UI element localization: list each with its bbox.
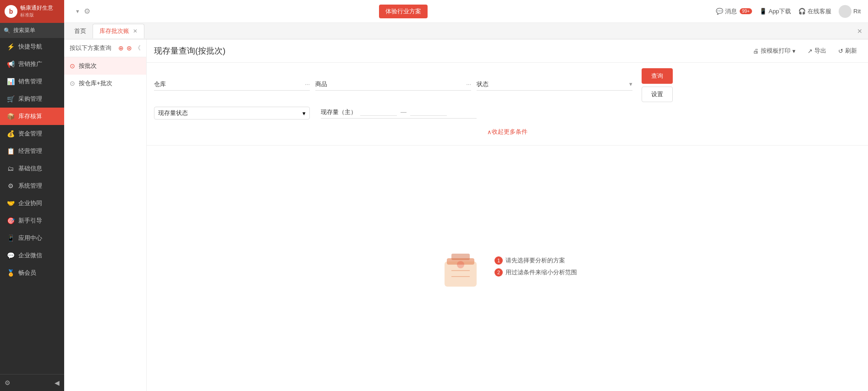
- left-panel: 按以下方案查询 ⊕ ⊛ 《 ⊙ 按批次 ⊙ 按仓库+批次: [64, 39, 147, 391]
- warehouse-more-icon[interactable]: ···: [305, 81, 310, 87]
- sidebar-item-label: 系统管理: [18, 182, 42, 190]
- warehouse-input[interactable]: [185, 81, 301, 87]
- tab-close-icon[interactable]: ✕: [133, 28, 137, 34]
- collapse-filter-button[interactable]: ∧ 收起更多条件: [154, 124, 861, 140]
- sidebar-item-newguide[interactable]: 🎯 新手引导: [0, 212, 64, 229]
- sidebar-item-quicknav[interactable]: ⚡ 快捷导航: [0, 38, 64, 55]
- sidebar-item-inventory[interactable]: 📦 库存核算: [0, 108, 64, 125]
- online-service-button[interactable]: 🎧 在线客服: [798, 7, 831, 16]
- messages-button[interactable]: 💬 消息 99+: [716, 7, 752, 16]
- sidebar-item-purchase[interactable]: 🛒 采购管理: [0, 90, 64, 108]
- empty-step2: 2 用过滤条件来缩小分析范围: [494, 268, 577, 277]
- avatar: [839, 5, 852, 18]
- filter-row-2: 现存量状态 ▾ 现存量（主） —: [154, 107, 861, 119]
- svg-rect-2: [451, 254, 470, 260]
- refresh-label: 刷新: [845, 47, 857, 55]
- company-name: 畅康通好生意: [20, 5, 53, 12]
- sidebar-item-label: 企业微信: [18, 251, 42, 260]
- filter-warehouse: 仓库 ···: [154, 80, 310, 91]
- config-scheme-icon[interactable]: ⊛: [126, 44, 132, 52]
- status-input[interactable]: [508, 81, 626, 87]
- settings-button[interactable]: 设置: [642, 87, 673, 102]
- basic-icon: 🗂: [6, 164, 15, 173]
- sidebar-item-finance[interactable]: 💰 资金管理: [0, 125, 64, 142]
- product-input[interactable]: [346, 81, 462, 87]
- inventory-status-dropdown-icon: ▾: [302, 110, 306, 117]
- sidebar-search[interactable]: 🔍 搜索菜单: [0, 23, 64, 38]
- appstore-icon: 📱: [6, 234, 15, 242]
- tab-bar: 首页 库存批次账 ✕ ✕: [64, 23, 868, 39]
- topbar-left: ▾ ⚙: [71, 7, 90, 16]
- topbar-chevron-icon[interactable]: ▾: [76, 8, 79, 15]
- svg-point-5: [457, 261, 464, 268]
- collapse-sidebar-icon[interactable]: ◀: [55, 379, 60, 386]
- step2-num: 2: [494, 268, 503, 277]
- sidebar-item-member[interactable]: 🏅 畅会员: [0, 264, 64, 282]
- sidebar-item-marketing[interactable]: 📢 营销推广: [0, 55, 64, 73]
- qty-min-input[interactable]: [360, 109, 397, 116]
- sidebar-item-label: 库存核算: [18, 112, 42, 120]
- left-panel-icons: ⊕ ⊛ 《: [118, 44, 141, 52]
- tab-batch-label: 库存批次账: [99, 27, 129, 35]
- status-label: 状态: [477, 80, 504, 88]
- sidebar-item-sales[interactable]: 📊 销售管理: [0, 73, 64, 90]
- filter-inventory-status[interactable]: 现存量状态 ▾: [154, 107, 310, 119]
- qty-max-input[interactable]: [410, 109, 447, 116]
- sidebar-item-wechat[interactable]: 💬 企业微信: [0, 247, 64, 264]
- sidebar-logo: b: [5, 5, 17, 18]
- search-icon: 🔍: [4, 27, 11, 34]
- sidebar-item-basic[interactable]: 🗂 基础信息: [0, 160, 64, 177]
- range-dash: —: [401, 109, 407, 115]
- sidebar-item-enterprise[interactable]: 🤝 企业协同: [0, 195, 64, 212]
- sidebar: b 畅康通好生意 标准版 🔍 搜索菜单 ⚡ 快捷导航 📢 营销推广 📊 销售管理…: [0, 0, 64, 391]
- messages-label: 消息: [725, 7, 737, 16]
- marketing-icon: 📢: [6, 60, 15, 68]
- topbar-actions: 体验行业方案: [379, 5, 428, 18]
- phone-icon: 📱: [759, 8, 767, 15]
- system-icon: ⚙: [6, 182, 15, 190]
- scheme-item-by-batch[interactable]: ⊙ 按批次: [64, 57, 146, 75]
- user-avatar-button[interactable]: Rit: [839, 5, 861, 18]
- app-download-button[interactable]: 📱 App下载: [759, 7, 791, 16]
- scheme-item-by-warehouse-batch[interactable]: ⊙ 按仓库+批次: [64, 75, 146, 92]
- print-button[interactable]: 🖨 按模板打印 ▾: [749, 45, 799, 57]
- inventory-icon: 📦: [6, 112, 15, 120]
- sidebar-item-label: 快捷导航: [18, 43, 42, 51]
- status-dropdown-icon[interactable]: ▾: [629, 81, 632, 87]
- product-label: 商品: [315, 80, 343, 88]
- tab-batch[interactable]: 库存批次账 ✕: [93, 24, 144, 38]
- sidebar-item-operation[interactable]: 📋 经营管理: [0, 142, 64, 160]
- settings-icon[interactable]: ⚙: [5, 379, 11, 386]
- step2-text: 用过滤条件来缩小分析范围: [505, 268, 577, 277]
- purchase-icon: 🛒: [6, 95, 15, 103]
- member-icon: 🏅: [6, 269, 15, 277]
- topbar-settings-icon[interactable]: ⚙: [84, 7, 90, 16]
- sidebar-item-appstore[interactable]: 📱 应用中心: [0, 229, 64, 247]
- left-panel-header: 按以下方案查询 ⊕ ⊛ 《: [64, 39, 146, 57]
- print-dropdown-icon[interactable]: ▾: [792, 48, 796, 54]
- print-label: 按模板打印: [761, 47, 791, 55]
- sidebar-item-label: 销售管理: [18, 77, 42, 86]
- filter-inventory-qty: 现存量（主） —: [321, 108, 477, 119]
- batch-scheme-icon: ⊙: [70, 62, 75, 70]
- sidebar-item-label: 采购管理: [18, 95, 42, 103]
- sidebar-item-system[interactable]: ⚙ 系统管理: [0, 177, 64, 195]
- refresh-button[interactable]: ↺ 刷新: [835, 45, 861, 57]
- product-more-icon[interactable]: ···: [466, 81, 471, 87]
- collapse-panel-icon[interactable]: 《: [135, 44, 141, 52]
- industry-solution-button[interactable]: 体验行业方案: [379, 5, 428, 18]
- export-button[interactable]: ↗ 导出: [804, 45, 830, 57]
- sidebar-company-info: 畅康通好生意 标准版: [20, 5, 53, 18]
- tab-home[interactable]: 首页: [68, 24, 93, 38]
- query-button[interactable]: 查询: [642, 68, 673, 84]
- sidebar-item-label: 新手引导: [18, 217, 42, 225]
- operation-icon: 📋: [6, 147, 15, 155]
- empty-illustration: [438, 245, 483, 291]
- content: 按以下方案查询 ⊕ ⊛ 《 ⊙ 按批次 ⊙ 按仓库+批次 现存量查询(按批次): [64, 39, 868, 391]
- main-area: ▾ ⚙ 体验行业方案 💬 消息 99+ 📱 App下载 🎧 在线客服 Rit: [64, 0, 868, 391]
- sidebar-item-label: 资金管理: [18, 130, 42, 138]
- add-scheme-icon[interactable]: ⊕: [118, 44, 124, 52]
- sidebar-item-label: 基础信息: [18, 164, 42, 173]
- filter-row-1: 仓库 ··· 商品 ··· 状态 ▾ 查询: [154, 68, 861, 102]
- tab-bar-close-button[interactable]: ✕: [855, 26, 864, 37]
